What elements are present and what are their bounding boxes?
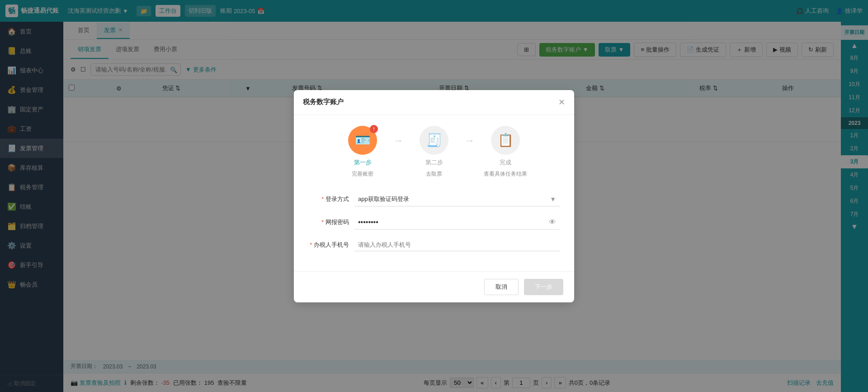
web-password-row: * 网报密码 👁 (308, 215, 560, 229)
chevron-down-icon: ▼ (550, 196, 556, 203)
tax-phone-row: * 办税人手机号 (308, 239, 560, 251)
step-1-icon: 🪪 (355, 133, 371, 148)
login-method-row: * 登录方式 app获取验证码登录 ▼ (308, 192, 560, 206)
login-method-select-wrap[interactable]: app获取验证码登录 ▼ (354, 192, 560, 206)
step-2-circle: 🧾 (420, 126, 448, 155)
login-method-label: * 登录方式 (308, 195, 349, 203)
step-2-label: 第二步 (425, 158, 443, 167)
step-2-icon: 🧾 (426, 133, 442, 148)
modal-title: 税务数字账户 (303, 98, 344, 106)
modal-header: 税务数字账户 ✕ (294, 90, 574, 115)
web-password-wrap: 👁 (354, 215, 560, 229)
step-1-circle: 🪪 ! (348, 126, 377, 155)
step-2-desc: 去取票 (426, 170, 442, 178)
tax-account-modal: 税务数字账户 ✕ 🪪 ! 第一步 完善账密 → (294, 90, 574, 302)
modal-close-button[interactable]: ✕ (558, 97, 565, 107)
modal-footer: 取消 下一步 (294, 271, 574, 302)
cancel-button[interactable]: 取消 (484, 279, 519, 295)
step-3-icon: 📋 (498, 133, 514, 148)
step-arrow-1: → (390, 135, 407, 147)
next-step-button[interactable]: 下一步 (524, 279, 563, 295)
step-1-badge: ! (370, 125, 378, 133)
step-1: 🪪 ! 第一步 完善账密 (335, 126, 390, 178)
password-toggle-icon[interactable]: 👁 (549, 218, 556, 226)
modal-body: 🪪 ! 第一步 完善账密 → 🧾 第二步 去取票 → (294, 115, 574, 271)
tax-phone-label: * 办税人手机号 (308, 241, 349, 249)
web-password-input[interactable] (358, 218, 549, 226)
step-3-circle: 📋 (491, 126, 520, 155)
tax-phone-input[interactable] (354, 239, 560, 251)
step-1-desc: 完善账密 (352, 170, 373, 178)
web-password-label: * 网报密码 (308, 218, 349, 226)
modal-overlay[interactable]: 税务数字账户 ✕ 🪪 ! 第一步 完善账密 → (0, 0, 868, 392)
step-1-label: 第一步 (354, 158, 372, 167)
step-3-label: 完成 (500, 158, 511, 167)
login-method-value: app获取验证码登录 (358, 195, 409, 203)
modal-form: * 登录方式 app获取验证码登录 ▼ * 网报密码 (308, 192, 560, 251)
step-3: 📋 完成 查看具体任务结果 (478, 126, 533, 178)
step-arrow-2: → (461, 135, 478, 147)
step-3-desc: 查看具体任务结果 (484, 170, 527, 178)
steps-indicator: 🪪 ! 第一步 完善账密 → 🧾 第二步 去取票 → (308, 126, 560, 178)
step-2: 🧾 第二步 去取票 (407, 126, 461, 178)
